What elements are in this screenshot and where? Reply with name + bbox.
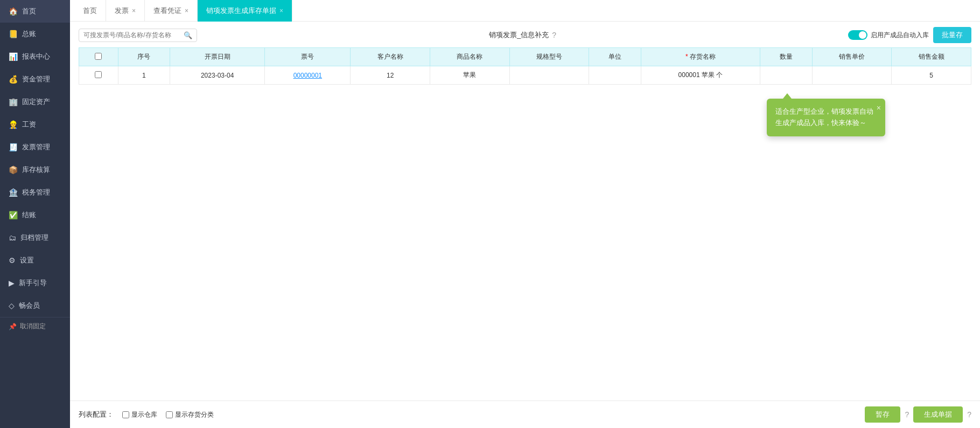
sidebar-item-archive[interactable]: 🗂 归档管理 [0, 226, 70, 249]
reports-icon: 📊 [9, 52, 18, 61]
save-help-icon[interactable]: ? [905, 410, 909, 419]
sidebar-item-tax[interactable]: 🏦 税务管理 [0, 181, 70, 204]
sidebar-item-settlement[interactable]: ✅ 结账 [0, 204, 70, 226]
batch-save-button[interactable]: 批量存 [933, 27, 971, 43]
toolbar-right: 启用产成品自动入库 批量存 [848, 27, 971, 43]
row-quantity [760, 66, 812, 85]
tab-generate-stock[interactable]: 销项发票生成库存单据 × [198, 0, 292, 22]
show-warehouse-checkbox-container[interactable]: 显示仓库 [122, 410, 157, 419]
select-all-checkbox[interactable] [95, 53, 102, 60]
show-warehouse-checkbox[interactable] [122, 411, 129, 418]
table-body: 1 2023-03-04 00000001 12 苹果 [79, 66, 971, 85]
col-spec: 规格型号 [509, 48, 589, 66]
page-content: 🔍 销项发票_信息补充 ? 启用产成品自动入库 批量存 [70, 22, 980, 401]
row-product: 苹果 [430, 66, 510, 85]
row-date: 2023-03-04 [170, 66, 265, 85]
toggle-container: 启用产成品自动入库 [848, 30, 929, 40]
generate-button[interactable]: 生成单据 [913, 406, 963, 423]
toolbar-center: 销项发票_信息补充 ? [489, 30, 556, 40]
tab-view-voucher-close[interactable]: × [185, 7, 188, 15]
tab-generate-stock-close[interactable]: × [279, 7, 283, 15]
table-row: 1 2023-03-04 00000001 12 苹果 [79, 66, 971, 85]
funds-icon: 💰 [9, 75, 18, 84]
salary-icon: 👷 [9, 120, 18, 129]
member-icon: ◇ [9, 301, 15, 310]
toggle-label: 启用产成品自动入库 [871, 31, 929, 40]
toolbar-left: 🔍 [79, 29, 197, 42]
tooltip-popup: × 适合生产型企业，销项发票自动生成产成品入库，快来体验～ [767, 99, 885, 136]
table-header-row: 序号 开票日期 票号 客户名称 商品名称 [79, 48, 971, 66]
guide-icon: ▶ [9, 279, 15, 287]
show-category-checkbox[interactable] [166, 411, 173, 418]
table-container: 序号 开票日期 票号 客户名称 商品名称 [79, 47, 971, 395]
inventory-icon: 📦 [9, 165, 18, 174]
tab-invoice-close[interactable]: × [132, 7, 136, 15]
show-category-checkbox-container[interactable]: 显示存货分类 [166, 410, 214, 419]
sidebar-item-reports[interactable]: 📊 报表中心 [0, 45, 70, 68]
invoice-icon: 🧾 [9, 143, 18, 151]
sidebar-item-member[interactable]: ◇ 畅会员 [0, 294, 70, 317]
row-ticket-no[interactable]: 00000001 [265, 66, 351, 85]
toolbar-row: 🔍 销项发票_信息补充 ? 启用产成品自动入库 批量存 [79, 27, 971, 43]
col-product: 商品名称 [430, 48, 510, 66]
col-seq: 序号 [118, 48, 170, 66]
tab-view-voucher[interactable]: 查看凭证 × [145, 0, 198, 22]
bottom-bar-actions: 暂存 ? 生成单据 ? [865, 406, 971, 423]
archive-icon: 🗂 [9, 233, 16, 242]
row-unit [589, 66, 641, 85]
tab-home[interactable]: 首页 [74, 0, 106, 22]
row-spec [509, 66, 589, 85]
col-ticket-no: 票号 [265, 48, 351, 66]
sidebar-item-assets[interactable]: 🏢 固定资产 [0, 91, 70, 113]
data-table: 序号 开票日期 票号 客户名称 商品名称 [79, 47, 971, 85]
tax-icon: 🏦 [9, 188, 18, 197]
row-stock-name: 000001 苹果 个 [641, 66, 760, 85]
settings-icon: ⚙ [9, 256, 16, 265]
col-checkbox [79, 48, 118, 66]
tooltip-close-button[interactable]: × [877, 102, 881, 114]
col-customer: 客户名称 [351, 48, 430, 66]
row-amount: 5 [892, 66, 971, 85]
center-label: 销项发票_信息补充 [489, 30, 549, 40]
sidebar-item-salary[interactable]: 👷 工资 [0, 113, 70, 136]
row-customer: 12 [351, 66, 430, 85]
sidebar-item-home[interactable]: 🏠 首页 [0, 0, 70, 23]
generate-help-icon[interactable]: ? [967, 410, 971, 419]
list-config-label: 列表配置： [79, 410, 114, 419]
row-seq: 1 [118, 66, 170, 85]
sidebar-item-settings[interactable]: ⚙ 设置 [0, 249, 70, 272]
search-input[interactable] [83, 31, 184, 39]
search-icon: 🔍 [184, 31, 192, 39]
col-stock-name: * 存货名称 [641, 48, 760, 66]
sidebar-item-ledger[interactable]: 📒 总账 [0, 23, 70, 45]
col-amount: 销售金额 [892, 48, 971, 66]
col-unit: 单位 [589, 48, 641, 66]
sidebar-item-guide[interactable]: ▶ 新手引导 [0, 272, 70, 294]
search-box[interactable]: 🔍 [79, 29, 197, 42]
unpin-icon: 📌 [9, 323, 17, 330]
home-icon: 🏠 [9, 7, 18, 16]
tooltip-text: 适合生产型企业，销项发票自动生成产成品入库，快来体验～ [775, 107, 873, 127]
bottom-bar: 列表配置： 显示仓库 显示存货分类 暂存 ? 生成单据 ? [70, 401, 980, 428]
unpin-pin[interactable]: 📌 取消固定 [0, 317, 70, 335]
row-checkbox[interactable] [95, 71, 102, 78]
save-button[interactable]: 暂存 [865, 406, 900, 423]
main-area: 首页 发票 × 查看凭证 × 销项发票生成库存单据 × 🔍 销项发票_信息补充 [70, 0, 980, 428]
col-quantity: 数量 [760, 48, 812, 66]
sidebar: 🏠 首页 📒 总账 📊 报表中心 💰 资金管理 🏢 固定资产 👷 工资 🧾 发票… [0, 0, 70, 428]
tab-invoice[interactable]: 发票 × [106, 0, 145, 22]
sidebar-item-invoice[interactable]: 🧾 发票管理 [0, 136, 70, 158]
auto-warehouse-toggle[interactable] [848, 30, 867, 40]
col-date: 开票日期 [170, 48, 265, 66]
sidebar-item-inventory[interactable]: 📦 库存核算 [0, 158, 70, 181]
row-checkbox-cell [79, 66, 118, 85]
ledger-icon: 📒 [9, 30, 18, 38]
settlement-icon: ✅ [9, 211, 18, 219]
tab-bar: 首页 发票 × 查看凭证 × 销项发票生成库存单据 × [70, 0, 980, 22]
sidebar-item-funds[interactable]: 💰 资金管理 [0, 68, 70, 91]
row-unit-price [812, 66, 892, 85]
info-icon[interactable]: ? [552, 31, 556, 39]
col-unit-price: 销售单价 [812, 48, 892, 66]
assets-icon: 🏢 [9, 98, 18, 106]
